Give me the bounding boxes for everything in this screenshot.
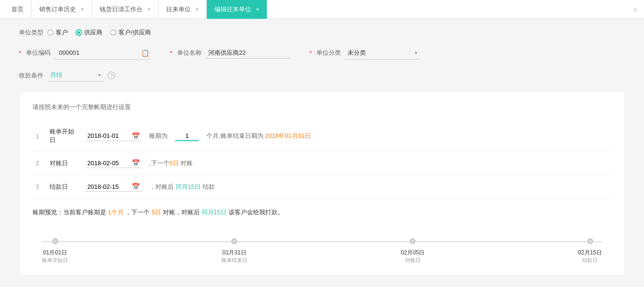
row-1-num: 1 [33,133,42,140]
preview-part3: 同月15日 [202,209,227,216]
timeline-point-4: 02月15日 结款日 [578,228,602,264]
unit-name-label: 单位名称 [177,49,202,57]
timeline-dot-4 [587,238,593,244]
row-1-period-input[interactable] [175,131,199,141]
radio-supplier-circle [76,29,82,36]
tab-home-label: 首页 [11,5,24,14]
timeline-label-4: 02月15日 [578,249,602,257]
radio-supplier-label: 供应商 [84,28,102,37]
unit-type-row: 单位类型 客户 供应商 客户/供应商 [19,28,625,37]
timeline-point-1: 01月01日 账单开始日 [42,228,68,264]
timeline-label-1: 01月01日 [43,249,67,257]
preview-part1-suffix: ，下一个 [125,209,150,216]
radio-supplier[interactable]: 供应商 [76,28,102,37]
tab-edit-partner-label: 编辑往来单位 [214,5,251,14]
unit-name-input[interactable] [205,47,290,59]
period-card-hint: 请按照未来的一个完整帐期进行设置 [33,103,611,111]
tab-bar: 首页 销售订单历史 × 钱货日清工作台 × 往来单位 × 编辑往来单位 × › [0,0,644,19]
payment-terms-value: 月结 [50,71,95,79]
unit-code-star: * [19,50,21,57]
row-3-desc: ，对账后 同月15日 结款 [149,183,215,191]
tab-cash-workbench[interactable]: 钱货日清工作台 × [92,0,159,19]
tab-cash-workbench-close[interactable]: × [147,6,151,13]
period-row-3: 3 结款日 📅 ，对账后 同月15日 结款 [33,175,611,199]
unit-category-dropdown-icon: ▾ [415,50,417,56]
row-1-desc-suffix: 个月,账单结束日期为 2018年01月31日 [206,132,311,140]
timeline-dot-1 [52,238,58,244]
unit-code-input-wrapper: 📋 [54,46,151,59]
unit-code-label: 单位编码 [26,49,51,57]
unit-type-label: 单位类型 [19,28,43,37]
timeline-dot-2 [231,238,237,244]
row-2-num: 2 [33,160,42,167]
unit-code-input[interactable] [56,47,141,58]
period-row-2: 2 对账日 📅 ,下一个5日 对账 [33,152,611,175]
unit-type-field: 单位类型 客户 供应商 客户/供应商 [19,28,151,37]
radio-customer-circle [47,29,54,36]
tab-home[interactable]: 首页 [4,0,32,19]
row-1-desc-prefix: 账期为 [149,132,168,140]
row-2-day-highlight: 5日 [169,160,179,167]
unit-category-field: * 单位分类 未分类 ▾ [309,47,420,59]
row-2-date-input: 📅 [85,158,142,168]
tab-edit-partner[interactable]: 编辑往来单位 × [207,0,267,19]
payment-terms-select[interactable]: 月结 ▾ [47,69,104,82]
row-1-date-input: 📅 [85,131,142,141]
row-1-date-field[interactable] [87,132,130,139]
unit-name-field: * 单位名称 [170,47,290,59]
preview-part2-suffix: 对账，对账后 [163,209,200,216]
row-2-label: 对账日 [50,159,78,168]
row-1-label: 账单开始日 [50,127,78,144]
page-content: 单位类型 客户 供应商 客户/供应商 * 单位编码 [0,19,644,287]
tab-cash-workbench-label: 钱货日清工作台 [100,5,143,14]
row-3-date-field[interactable] [87,183,130,190]
unit-category-select[interactable]: 未分类 ▾ [345,47,420,59]
timeline-label-2: 01月31日 [222,249,246,257]
timeline-point-2: 01月31日 账单结束日 [221,228,247,264]
payment-terms-dropdown-icon: ▾ [98,72,101,78]
unit-category-value: 未分类 [347,49,412,57]
tab-expand-icon[interactable]: › [630,5,640,14]
tab-sales-history-label: 销售订单历史 [39,5,76,14]
timeline-sublabel-1: 账单开始日 [42,257,68,264]
radio-both-circle [110,29,117,36]
radio-group: 客户 供应商 客户/供应商 [47,28,151,37]
row-3-date-input: 📅 [85,182,142,192]
row-2-calendar-icon[interactable]: 📅 [132,159,140,167]
unit-category-label: 单位分类 [316,49,341,57]
payment-terms-label: 收款条件 [19,71,43,80]
preview-text: 账期预览：当前客户账期是 1个月 ，下一个 5日 对账，对账后 同月15日 该客… [33,208,611,217]
row-1-calendar-icon[interactable]: 📅 [132,132,140,140]
unit-category-star: * [309,50,312,57]
timeline-sublabel-2: 账单结束日 [221,257,247,264]
tab-edit-partner-close[interactable]: × [256,6,259,13]
preview-part2: 5日 [152,209,161,216]
tab-partner-unit[interactable]: 往来单位 × [159,0,207,19]
unit-code-calendar-icon[interactable]: 📋 [141,49,149,57]
timeline-dot-3 [410,238,415,244]
radio-customer-label: 客户 [56,28,68,37]
tab-sales-history-close[interactable]: × [81,6,84,13]
tab-partner-unit-label: 往来单位 [166,5,191,14]
unit-code-field: * 单位编码 📋 [19,46,151,59]
timeline-point-3: 02月05日 对账日 [401,228,425,264]
row-3-label: 结款日 [50,183,78,191]
row-2-date-field[interactable] [87,160,130,167]
tab-partner-unit-close[interactable]: × [195,6,199,13]
radio-customer[interactable]: 客户 [47,28,68,37]
timeline-sublabel-3: 对账日 [405,257,421,264]
payment-terms-row: 收款条件 月结 ▾ ? [19,69,625,82]
timeline-label-3: 02月05日 [401,249,425,257]
radio-both-label: 客户/供应商 [119,28,151,37]
tab-sales-history[interactable]: 销售订单历史 × [32,0,92,19]
preview-prefix: 账期预览：当前客户账期是 [33,209,106,216]
timeline-wrapper: 01月01日 账单开始日 01月31日 账单结束日 [33,228,611,264]
payment-terms-field: 收款条件 月结 ▾ ? [19,69,115,82]
row-3-calendar-icon[interactable]: 📅 [132,183,140,190]
unit-info-row: * 单位编码 📋 * 单位名称 * 单位分类 未分类 ▾ [19,46,625,59]
radio-both[interactable]: 客户/供应商 [110,28,151,37]
help-icon[interactable]: ? [108,72,115,79]
row-3-day-highlight: 同月15日 [176,183,201,190]
timeline-sublabel-4: 结款日 [582,257,598,264]
row-2-desc: ,下一个5日 对账 [149,159,193,168]
